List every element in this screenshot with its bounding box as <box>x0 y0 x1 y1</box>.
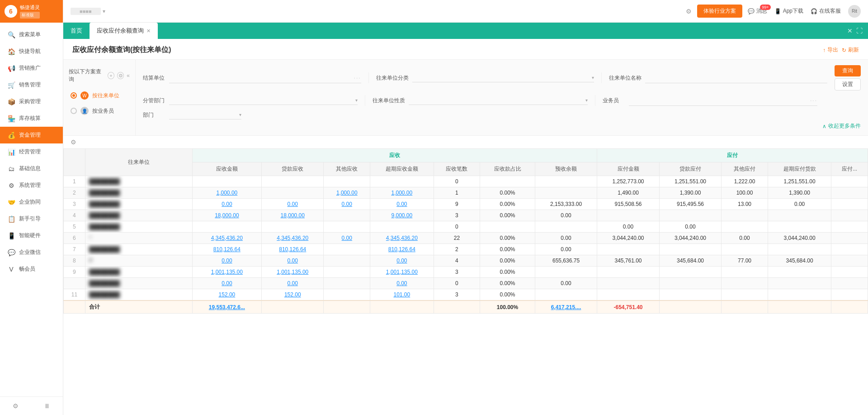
sidebar-item-sales[interactable]: 🛒销售管理 <box>0 76 63 93</box>
cell-loan_recv[interactable]: 1,001,135.00 <box>262 267 324 278</box>
th-overdue-pay: 超期应付货款 <box>768 162 831 176</box>
header-settings-icon[interactable]: ⚙ <box>686 8 692 15</box>
cell-overdue_recv[interactable]: 4,345,436.20 <box>370 233 434 244</box>
cell-overdue_recv[interactable]: 101.00 <box>370 289 434 301</box>
cell-overdue_recv[interactable]: 0.00 <box>370 278 434 289</box>
cell-recv_amount[interactable]: 0.00 <box>192 278 261 289</box>
table-row: 6^4,345,436.204,345,436.200.004,345,436.… <box>64 233 868 244</box>
filter-collapse-btn[interactable]: « <box>127 72 130 79</box>
sidebar-item-hardware[interactable]: 📱智能硬件 <box>0 227 63 244</box>
salesman-input[interactable]: ··· <box>629 95 817 106</box>
customer-service-btn[interactable]: 🎧 在线客服 <box>811 7 841 15</box>
sidebar-item-member[interactable]: V畅会员 <box>0 261 63 277</box>
cell-recv_amount[interactable]: 0.00 <box>192 199 261 210</box>
messages-btn[interactable]: 💬 消息 99+ <box>748 7 767 15</box>
filter-option-salesman[interactable]: 👤 按业务员 <box>63 103 135 119</box>
total-pay-more <box>831 301 868 314</box>
user-avatar[interactable]: Rit <box>848 5 861 18</box>
sidebar-item-search[interactable]: 🔍搜索菜单 <box>0 26 63 43</box>
set-button[interactable]: 设置 <box>835 78 861 91</box>
cell-recv_amount[interactable]: 1,000.00 <box>192 187 261 199</box>
sidebar-item-purchase[interactable]: 📦采购管理 <box>0 93 63 110</box>
sidebar-item-finance[interactable]: 💰资金管理 <box>0 127 63 143</box>
trial-button[interactable]: 体验行业方案 <box>697 5 742 18</box>
cell-overdue_recv[interactable]: 1,001,135.00 <box>370 267 434 278</box>
tab-expand-icon[interactable]: ⛶ <box>856 27 863 34</box>
cell-loan_recv[interactable]: 810,126.64 <box>262 244 324 255</box>
radio-salesman <box>71 108 77 114</box>
cell-recv_amount[interactable]: 18,000.00 <box>192 210 261 221</box>
sidebar-nav: 🔍搜索菜单🏠快捷导航📢营销推广🛒销售管理📦采购管理🏪库存核算💰资金管理📊经营管理… <box>0 23 63 396</box>
cell-overdue_recv[interactable]: 810,126.64 <box>370 244 434 255</box>
dept-select[interactable]: ▾ <box>169 96 358 105</box>
cell-overdue_recv <box>370 221 434 233</box>
tab-close-icon[interactable]: ✕ <box>146 28 151 34</box>
sidebar-item-inventory[interactable]: 🏪库存核算 <box>0 110 63 127</box>
cell-overdue_pay: 1,251,551.00 <box>768 176 831 187</box>
tab-close-window-icon[interactable]: ✕ <box>847 27 853 34</box>
sidebar-collapse-icon[interactable]: ⏸ <box>44 402 50 410</box>
sidebar-item-marketing[interactable]: 📢营销推广 <box>0 60 63 76</box>
cell-loan_recv[interactable]: 4,345,436.20 <box>262 233 324 244</box>
cell-other_recv[interactable]: 0.00 <box>324 199 370 210</box>
export-button[interactable]: ↑ 导出 <box>823 46 838 54</box>
page-content: 应收应付余额查询(按往来单位) ↑ 导出 ↻ 刷新 <box>63 39 868 415</box>
cell-other_pay: 77.00 <box>722 255 768 267</box>
sidebar-item-basic[interactable]: 🗂基础信息 <box>0 160 63 177</box>
partner-name-input[interactable] <box>645 73 827 83</box>
cell-other_pay <box>722 244 768 255</box>
cell-loan_recv[interactable]: 0.00 <box>262 278 324 289</box>
filter-settings-btn[interactable]: ⚙ <box>117 72 124 79</box>
filter-option-partner[interactable]: W 按往来单位 <box>63 88 135 103</box>
refresh-button[interactable]: ↻ 刷新 <box>842 46 859 54</box>
cell-other_recv[interactable]: 0.00 <box>324 233 370 244</box>
sidebar-settings-icon[interactable]: ⚙ <box>13 402 19 410</box>
cell-partner-name: ████████ <box>85 187 192 199</box>
collapse-more-btn[interactable]: ∧ 收起更多条件 <box>822 122 861 130</box>
cell-partner-name: ████████ <box>85 289 192 301</box>
category-select[interactable]: ▾ <box>412 73 594 82</box>
sidebar-item-quick[interactable]: 🏠快捷导航 <box>0 43 63 60</box>
cell-loan_recv[interactable]: 18,000.00 <box>262 210 324 221</box>
cell-pay_amount <box>597 289 659 301</box>
cell-recv_amount[interactable]: 4,345,436.20 <box>192 233 261 244</box>
cell-recv_count: 0 <box>434 278 480 289</box>
cell-overdue_recv[interactable]: 9,000.00 <box>370 210 434 221</box>
query-button[interactable]: 查询 <box>835 65 861 76</box>
cell-overdue_recv[interactable]: 1,000.00 <box>370 187 434 199</box>
th-pay-amount: 应付金额 <box>597 162 659 176</box>
salesman-icon: 👤 <box>80 107 89 115</box>
cell-loan_recv[interactable]: 152.00 <box>262 289 324 301</box>
app-download-btn[interactable]: 📱 App下载 <box>774 7 803 15</box>
cell-recv_ratio: 0.00% <box>480 244 535 255</box>
cell-prepay_balance: 2,153,333.00 <box>535 199 597 210</box>
sidebar-item-system[interactable]: ⚙系统管理 <box>0 177 63 194</box>
total-prepay-balance[interactable]: 6,417,215.... <box>535 301 597 314</box>
cell-recv_amount[interactable]: 810,126.64 <box>192 244 261 255</box>
sidebar-item-management[interactable]: 📊经营管理 <box>0 143 63 160</box>
table-settings-icon[interactable]: ⚙ <box>71 138 76 146</box>
settlement-input[interactable]: ··· <box>169 73 361 83</box>
cell-recv_amount[interactable]: 0.00 <box>192 255 261 267</box>
department-select[interactable]: ▾ <box>169 110 241 119</box>
sidebar-item-wechat[interactable]: 💬企业微信 <box>0 244 63 261</box>
cell-loan_recv[interactable]: 0.00 <box>262 255 324 267</box>
tab-balance-query[interactable]: 应收应付余额查询 ✕ <box>90 23 158 39</box>
cell-overdue_recv[interactable]: 0.00 <box>370 255 434 267</box>
cell-recv_ratio: 0.00% <box>480 255 535 267</box>
cell-partner-name: ████████ <box>85 267 192 278</box>
cell-loan_recv[interactable]: 0.00 <box>262 199 324 210</box>
total-recv-amount[interactable]: 19,553,472.6... <box>192 301 261 314</box>
cell-other_pay <box>722 210 768 221</box>
nature-select[interactable]: ▾ <box>409 96 587 105</box>
filter-add-btn[interactable]: + <box>108 72 114 79</box>
nav-label-quick: 快捷导航 <box>19 48 41 55</box>
cell-pay_amount: 345,761.00 <box>597 255 659 267</box>
tab-home[interactable]: 首页 <box>63 23 90 39</box>
sidebar-item-newbie[interactable]: 📋新手引导 <box>0 210 63 227</box>
cell-recv_amount[interactable]: 1,001,135.00 <box>192 267 261 278</box>
cell-recv_amount[interactable]: 152.00 <box>192 289 261 301</box>
cell-other_recv[interactable]: 1,000.00 <box>324 187 370 199</box>
cell-overdue_recv[interactable]: 0.00 <box>370 199 434 210</box>
sidebar-item-enterprise[interactable]: 🤝企业协同 <box>0 194 63 210</box>
